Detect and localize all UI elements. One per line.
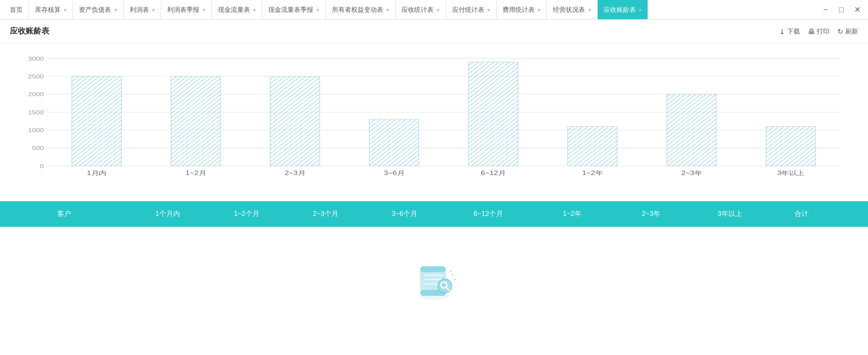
download-icon: ⤓	[779, 28, 785, 36]
refresh-button[interactable]: ↻ 刷新	[837, 27, 858, 36]
close-tab-icon[interactable]: ×	[202, 7, 205, 13]
svg-text:1~2年: 1~2年	[582, 170, 603, 177]
close-tab-icon[interactable]: ×	[253, 7, 256, 13]
tab-profit-loss[interactable]: 利润表×	[124, 0, 161, 20]
tab-operation[interactable]: 经营状况表×	[547, 0, 597, 20]
tab-bar: 首页库存核算×资产负债表×利润表×利润表季报×现金流量表×现金流量表季报×所有者…	[0, 0, 868, 20]
tab-expense-stat[interactable]: 费用统计表×	[497, 0, 547, 20]
tab-receivable-aging[interactable]: 应收账龄表×	[598, 0, 648, 20]
print-button[interactable]: 🖶 打印	[808, 27, 830, 36]
tab-receivable-stat[interactable]: 应收统计表×	[396, 0, 446, 20]
close-tab-icon[interactable]: ×	[386, 7, 389, 13]
close-tab-icon[interactable]: ×	[64, 7, 67, 13]
close-tab-icon[interactable]: ×	[639, 7, 642, 13]
svg-rect-36	[766, 127, 816, 166]
svg-rect-33	[667, 94, 717, 166]
page-header: 应收账龄表 ⤓ 下载 🖶 打印 ↻ 刷新	[0, 20, 868, 43]
svg-rect-30	[568, 127, 617, 166]
svg-point-49	[455, 279, 456, 281]
svg-text:500: 500	[32, 145, 44, 151]
table-header-cell: 1~2个月	[207, 210, 286, 218]
svg-rect-40	[420, 266, 446, 272]
svg-rect-15	[72, 76, 122, 166]
close-tab-icon[interactable]: ×	[114, 7, 117, 13]
tab-cashflow-quarterly[interactable]: 现金流量表季报×	[262, 0, 326, 20]
page-content: 应收账龄表 ⤓ 下载 🖶 打印 ↻ 刷新 0500100015002000250…	[0, 20, 868, 355]
table-header-cell: 1~2年	[533, 210, 612, 218]
tab-bar-actions: − □ ✕	[819, 3, 864, 17]
header-actions: ⤓ 下载 🖶 打印 ↻ 刷新	[779, 27, 858, 36]
tab-cashflow[interactable]: 现金流量表×	[212, 0, 262, 20]
svg-text:1000: 1000	[28, 127, 44, 133]
svg-rect-21	[270, 76, 320, 166]
svg-text:1~2月: 1~2月	[185, 170, 206, 177]
refresh-icon: ↻	[837, 28, 843, 36]
table-header-cell: 合计	[769, 210, 833, 218]
svg-text:2~3月: 2~3月	[285, 170, 305, 177]
table-header: 客户1个月内1~2个月2~3个月3~6个月6~12个月1~2年2~3年3年以上合…	[0, 201, 868, 227]
table-header-cell: 2~3个月	[286, 210, 365, 218]
table-header-cell: 1个月内	[128, 210, 207, 218]
svg-rect-27	[469, 62, 518, 166]
minimize-button[interactable]: −	[819, 3, 832, 17]
table-header-cell: 3年以上	[690, 210, 769, 218]
empty-state	[0, 227, 868, 355]
chart-area: 0500100015002000250030001月内1~2月2~3月3~6月6…	[15, 53, 853, 186]
table-header-cell: 客户	[0, 210, 128, 218]
tab-inventory[interactable]: 库存核算×	[29, 0, 73, 20]
table-header-cell: 2~3年	[612, 210, 690, 218]
svg-text:2~3年: 2~3年	[681, 170, 702, 177]
svg-rect-24	[369, 119, 419, 166]
maximize-button[interactable]: □	[834, 3, 848, 17]
svg-rect-18	[171, 76, 221, 166]
close-tab-icon[interactable]: ×	[538, 7, 541, 13]
svg-text:2500: 2500	[28, 73, 44, 79]
close-tab-icon[interactable]: ×	[316, 7, 319, 13]
svg-text:3000: 3000	[28, 55, 44, 62]
svg-point-50	[450, 271, 452, 272]
svg-text:2000: 2000	[28, 91, 44, 98]
chart-container: 0500100015002000250030001月内1~2月2~3月3~6月6…	[0, 43, 868, 201]
close-tab-icon[interactable]: ×	[487, 7, 490, 13]
svg-text:6~12月: 6~12月	[481, 170, 506, 177]
svg-text:3~6月: 3~6月	[384, 170, 404, 177]
tab-payable-stat[interactable]: 应付统计表×	[446, 0, 497, 20]
tab-balance-sheet[interactable]: 资产负债表×	[73, 0, 123, 20]
tab-home[interactable]: 首页	[4, 0, 29, 20]
table-header-cell: 3~6个月	[365, 210, 444, 218]
close-tab-icon[interactable]: ×	[436, 7, 439, 13]
close-tab-icon[interactable]: ×	[588, 7, 591, 13]
svg-text:1500: 1500	[28, 109, 44, 115]
close-window-button[interactable]: ✕	[850, 3, 864, 17]
close-tab-icon[interactable]: ×	[152, 7, 155, 13]
print-icon: 🖶	[808, 28, 815, 36]
page-title: 应收账龄表	[10, 26, 49, 36]
bar-chart: 0500100015002000250030001月内1~2月2~3月3~6月6…	[15, 53, 853, 186]
tab-profit-quarterly[interactable]: 利润表季报×	[161, 0, 212, 20]
svg-text:0: 0	[40, 163, 44, 169]
table-header-cell: 6~12个月	[444, 210, 533, 218]
svg-text:3年以上: 3年以上	[777, 170, 804, 177]
svg-text:1月内: 1月内	[87, 170, 107, 177]
svg-point-48	[452, 274, 454, 276]
empty-icon	[409, 259, 459, 303]
download-button[interactable]: ⤓ 下载	[779, 27, 800, 36]
tab-equity-change[interactable]: 所有者权益变动表×	[326, 0, 396, 20]
